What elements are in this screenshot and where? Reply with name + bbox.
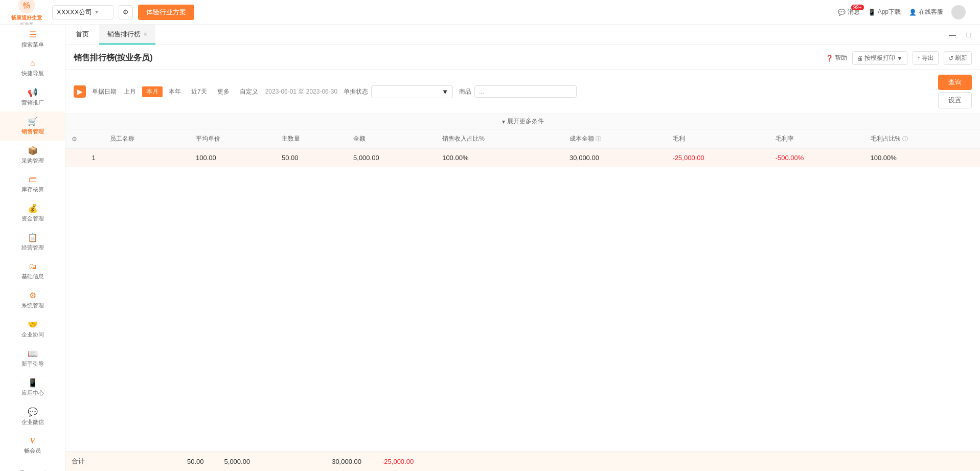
- content-area: 首页 销售排行榜 × — □ 销售排行榜(按业务员): [65, 25, 980, 471]
- chevron-down-icon: ▼: [94, 9, 99, 15]
- page-header: 销售排行榜(按业务员) ❓ 帮助 🖨 按模板打印 ▼ ↑: [65, 45, 980, 70]
- sidebar-item-quick-nav[interactable]: ⌂ 快捷导航: [0, 54, 65, 82]
- col-avg-price: 平均单价: [190, 129, 276, 149]
- footer-cost: 30,000.00: [332, 458, 361, 465]
- expand-icon: ▾: [502, 118, 505, 125]
- logo: 畅 畅康通好生意 标准版: [6, 0, 47, 28]
- sidebar-settings-icon[interactable]: ⚙: [15, 465, 30, 471]
- tab-minimize-btn[interactable]: —: [946, 29, 959, 41]
- tab-close-icon[interactable]: ×: [144, 31, 147, 38]
- company-selector[interactable]: XXXXX公司 ▼: [52, 5, 113, 19]
- row-settings-cell: [65, 149, 83, 167]
- tab-maximize-btn[interactable]: □: [963, 29, 975, 41]
- date-filter-group: 单据日期 上月 本月 本年 近7天 更多 自定义 2023-06-01 至 20…: [92, 86, 337, 97]
- system-icon: ⚙: [29, 290, 36, 300]
- marketing-icon: 📢: [28, 87, 38, 97]
- main-content: 销售排行榜(按业务员) ❓ 帮助 🖨 按模板打印 ▼ ↑: [65, 45, 980, 471]
- row-qty: 50.00: [276, 149, 347, 167]
- table-container: ⚙ 员工名称 平均单价 主数量 全额 销售收入占比% 成本全额 ⓘ: [65, 129, 980, 451]
- col-settings-icon[interactable]: ⚙: [65, 129, 83, 149]
- help-icon: ❓: [826, 55, 833, 62]
- profit-pct-info-icon[interactable]: ⓘ: [902, 136, 908, 142]
- goods-input[interactable]: ...: [474, 85, 577, 98]
- company-name: XXXXX公司: [57, 8, 92, 17]
- sidebar-item-sales[interactable]: 🛒 销售管理: [0, 111, 65, 141]
- date-range: 2023-06-01 至 2023-06-30: [265, 87, 337, 96]
- vip-icon: V: [30, 436, 35, 445]
- print-button[interactable]: 🖨 按模板打印 ▼: [852, 51, 907, 65]
- export-button[interactable]: ↑ 导出: [913, 51, 939, 65]
- sidebar-item-marketing[interactable]: 📢 营销推广: [0, 82, 65, 111]
- sidebar-item-system[interactable]: ⚙ 系统管理: [0, 285, 65, 315]
- cost-info-icon[interactable]: ⓘ: [596, 136, 601, 142]
- date-tab-7days[interactable]: 近7天: [187, 86, 211, 97]
- top-bar-right: 💬 消息 99+ 📱 App下载 👤 在线客服: [838, 5, 974, 19]
- trial-button[interactable]: 体验行业方案: [138, 5, 194, 20]
- sidebar-item-onboarding[interactable]: 📖 新手引导: [0, 344, 65, 373]
- sidebar-item-enterprise-wechat[interactable]: 💬 企业微信: [0, 402, 65, 431]
- table-footer: 合计 50.00 5,000.00 30,000.00 -25,000.00: [65, 451, 980, 471]
- sidebar-item-purchase[interactable]: 📦 采购管理: [0, 141, 65, 170]
- svg-text:畅: 畅: [23, 1, 30, 9]
- sidebar-item-basic-info[interactable]: 🗂 基础信息: [0, 257, 65, 285]
- purchase-icon: 📦: [28, 146, 38, 155]
- message-button[interactable]: 💬 消息 99+: [838, 8, 860, 16]
- operation-icon: 📋: [28, 233, 38, 242]
- header-actions: ❓ 帮助 🖨 按模板打印 ▼ ↑ 导出 ↺: [826, 51, 972, 65]
- date-tab-last-month[interactable]: 上月: [120, 86, 140, 97]
- column-settings-button[interactable]: 设置: [938, 92, 972, 108]
- sidebar-item-operation[interactable]: 📋 经营管理: [0, 228, 65, 257]
- home-icon: ⌂: [30, 59, 35, 68]
- row-profit: -25,000.00: [667, 149, 769, 167]
- sidebar-item-finance[interactable]: 💰 资金管理: [0, 198, 65, 228]
- status-select[interactable]: ▼: [371, 85, 453, 98]
- col-profit-pct: 毛利占比% ⓘ: [864, 129, 980, 149]
- basic-info-icon: 🗂: [29, 262, 37, 271]
- onboarding-icon: 📖: [28, 349, 38, 358]
- date-label: 单据日期: [92, 87, 117, 96]
- col-qty: 主数量: [276, 129, 347, 149]
- status-chevron-icon: ▼: [442, 88, 448, 96]
- tab-sales-ranking[interactable]: 销售排行榜 ×: [99, 25, 155, 44]
- tab-actions: — □: [946, 25, 980, 44]
- status-filter-group: 单据状态 ▼: [344, 85, 453, 98]
- refresh-button[interactable]: ↺ 刷新: [944, 51, 972, 65]
- tab-home[interactable]: 首页: [65, 25, 99, 44]
- sidebar-collapse-icon[interactable]: ◁: [36, 465, 50, 471]
- sidebar-item-inventory[interactable]: 🗃 库存核算: [0, 170, 65, 198]
- page-title: 销售排行榜(按业务员): [74, 53, 153, 63]
- query-button[interactable]: 查询: [938, 75, 972, 90]
- date-tab-custom[interactable]: 自定义: [236, 86, 262, 97]
- sidebar-item-search-order[interactable]: ☰ 搜索菜单: [0, 25, 65, 54]
- message-icon: 💬: [838, 9, 846, 16]
- date-tab-this-month[interactable]: 本月: [142, 86, 163, 97]
- col-amount: 全额: [347, 129, 436, 149]
- sidebar-item-vip[interactable]: V 畅会员: [0, 431, 65, 460]
- help-button[interactable]: ❓ 帮助: [826, 54, 847, 62]
- collab-icon: 🤝: [28, 320, 38, 329]
- col-cost: 成本全额 ⓘ: [563, 129, 666, 149]
- sidebar-item-app-center[interactable]: 📱 应用中心: [0, 373, 65, 402]
- print-chevron-icon: ▼: [897, 55, 903, 62]
- filter-toggle-button[interactable]: ▶: [74, 85, 86, 98]
- date-tab-this-year[interactable]: 本年: [165, 86, 185, 97]
- footer-qty: 50.00: [187, 458, 204, 465]
- tab-bar: 首页 销售排行榜 × — □: [65, 25, 980, 45]
- col-rank: [83, 129, 104, 149]
- finance-icon: 💰: [28, 204, 38, 213]
- app-download-button[interactable]: 📱 App下载: [868, 8, 901, 16]
- sidebar-bottom: ⚙ ◁: [0, 460, 65, 471]
- goods-label: 商品: [459, 87, 471, 96]
- footer-amount: 5,000.00: [224, 458, 250, 465]
- footer-label: 合计: [72, 457, 85, 466]
- row-avg-price: 100.00: [190, 149, 276, 167]
- app-center-icon: 📱: [28, 378, 38, 388]
- expand-conditions-button[interactable]: ▾ 展开更多条件: [502, 117, 544, 126]
- online-service-button[interactable]: 👤 在线客服: [909, 8, 943, 16]
- settings-icon[interactable]: ⚙: [119, 5, 133, 19]
- goods-filter-group: 商品 ...: [459, 85, 577, 98]
- service-icon: 👤: [909, 9, 917, 16]
- filter-area: ▶ 单据日期 上月 本月 本年 近7天 更多 自定义 2023-: [65, 70, 980, 114]
- date-tab-more[interactable]: 更多: [213, 86, 234, 97]
- sidebar-item-enterprise-collab[interactable]: 🤝 企业协同: [0, 315, 65, 344]
